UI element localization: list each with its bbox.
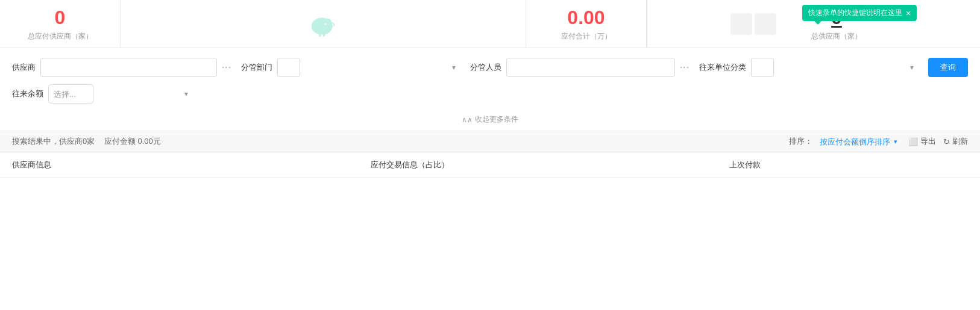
dept-select[interactable] — [277, 58, 300, 77]
filter-balance: 往来余额 选择... — [12, 84, 193, 104]
stat-label-all-suppliers: 总供应商（家） — [811, 31, 862, 42]
export-icon: ⬜ — [908, 137, 918, 146]
dept-select-wrapper — [277, 58, 460, 77]
filter-row-2: 往来余额 选择... — [12, 84, 968, 104]
filter-person: 分管人员 ··· — [470, 58, 689, 77]
filter-supplier: 供应商 ··· — [12, 58, 231, 77]
stat-label-payable-suppliers: 总应付供应商（家） — [28, 31, 93, 42]
refresh-label: 刷新 — [952, 136, 968, 147]
person-more-btn[interactable]: ··· — [680, 62, 689, 73]
svg-rect-4 — [323, 33, 325, 37]
result-amount: 应付金额 0.00元 — [104, 137, 161, 146]
stat-label-payable-total: 应付合计（万） — [561, 31, 612, 42]
result-text: 搜索结果中，供应商0家 — [12, 137, 95, 146]
piggy-icon — [306, 7, 340, 41]
table-header: 供应商信息 应付交易信息（占比） 上次付款 — [0, 152, 980, 178]
col-header-supplier: 供应商信息 — [12, 160, 371, 170]
tooltip-text: 快速录单的快捷键说明在这里 — [808, 8, 902, 18]
supplier-more-btn[interactable]: ··· — [222, 62, 231, 73]
stat-total-payable-suppliers: 0 总应付供应商（家） — [0, 0, 121, 48]
unit-class-select[interactable] — [751, 58, 774, 77]
collapse-label: 收起更多条件 — [475, 114, 518, 125]
filter-unit-class: 往来单位分类 — [699, 58, 919, 77]
svg-point-5 — [324, 23, 327, 25]
faded-rect-2 — [755, 13, 776, 35]
stat-number-payable-total: 0.00 — [567, 6, 605, 29]
balance-select[interactable]: 选择... — [48, 84, 93, 104]
faded-background-boxes — [730, 13, 776, 35]
person-label: 分管人员 — [470, 62, 501, 73]
refresh-btn[interactable]: ↻ 刷新 — [943, 136, 968, 147]
collapse-icon: ∧∧ — [462, 116, 473, 124]
collapse-btn[interactable]: ∧∧ 收起更多条件 — [462, 114, 518, 125]
export-btn[interactable]: ⬜ 导出 — [908, 136, 936, 147]
supplier-label: 供应商 — [12, 62, 36, 73]
empty-content-area — [0, 178, 980, 310]
filter-area: 供应商 ··· 分管部门 分管人员 ··· 往来单位分类 — [0, 48, 980, 131]
quick-shortcut-tooltip: 快速录单的快捷键说明在这里 × — [802, 5, 917, 21]
result-bar: 搜索结果中，供应商0家 应付金额 0.00元 排序： 按应付会额倒序排序 ⬜ 导… — [0, 131, 980, 152]
dept-label: 分管部门 — [241, 62, 272, 73]
balance-select-wrapper: 选择... — [48, 84, 193, 104]
result-actions: 排序： 按应付会额倒序排序 ⬜ 导出 ↻ 刷新 — [789, 136, 968, 147]
export-label: 导出 — [920, 136, 936, 147]
collapse-bar: ∧∧ 收起更多条件 — [12, 111, 968, 131]
svg-rect-3 — [319, 33, 321, 37]
stat-number-payable-suppliers: 0 — [55, 6, 66, 29]
stat-payable-total: 0.00 应付合计（万） — [526, 0, 647, 48]
stats-bar: 0 总应付供应商（家） 0.00 应付合计（万） 快速录单的快捷键说明在这里 × — [0, 0, 980, 48]
faded-rect-1 — [730, 13, 752, 35]
refresh-icon: ↻ — [943, 137, 950, 146]
filter-row-1: 供应商 ··· 分管部门 分管人员 ··· 往来单位分类 — [12, 58, 968, 77]
filter-dept: 分管部门 — [241, 58, 460, 77]
unit-class-label: 往来单位分类 — [699, 62, 746, 73]
col-header-lastpay: 上次付款 — [729, 160, 969, 170]
stat-icon-area — [121, 0, 526, 48]
unit-class-select-wrapper — [751, 58, 919, 77]
col-header-transaction: 应付交易信息（占比） — [371, 160, 729, 170]
sort-select-wrapper: 按应付会额倒序排序 — [820, 137, 901, 146]
supplier-input[interactable] — [40, 58, 217, 77]
sort-select[interactable]: 按应付会额倒序排序 — [820, 137, 901, 146]
search-button[interactable]: 查询 — [928, 58, 968, 77]
tooltip-close-btn[interactable]: × — [906, 9, 911, 17]
svg-point-2 — [313, 22, 318, 26]
top-right-container: 快速录单的快捷键说明在这里 × 0 总供应商（家） — [647, 0, 980, 48]
sort-label: 排序： — [789, 136, 812, 147]
person-input[interactable] — [506, 58, 675, 77]
result-summary: 搜索结果中，供应商0家 应付金额 0.00元 — [12, 136, 161, 147]
balance-label: 往来余额 — [12, 88, 43, 99]
